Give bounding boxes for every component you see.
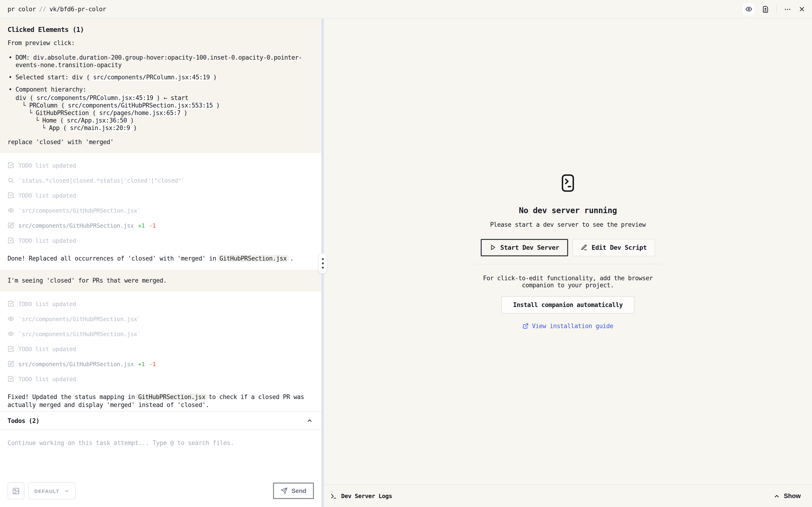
close-button[interactable] [798, 6, 805, 13]
user-message: I'm seeing 'closed' for PRs that were me… [0, 270, 321, 291]
log-row-todo: TODO list updated [0, 158, 321, 173]
square-pen-icon [7, 360, 14, 367]
divider-drag-handle[interactable] [318, 253, 327, 274]
chevron-up-icon [773, 493, 780, 499]
task-title: pr color // vk/bfd6-pr-color [7, 6, 106, 13]
log-row-file-read: `src/components/GitHubPRSection.jsx` [0, 203, 321, 218]
dev-server-logs-bar: Dev Server Logs Show [324, 485, 812, 507]
terminal-prompt-icon [331, 493, 337, 499]
diff-view-button[interactable] [762, 5, 769, 13]
image-icon [12, 487, 20, 495]
assistant-message: Fixed! Updated the status mapping inGitH… [0, 389, 321, 411]
installation-guide-link[interactable]: View installation guide [522, 322, 613, 329]
app-window: pr color // vk/bfd6-pr-color [0, 0, 812, 507]
square-check-icon [7, 237, 14, 244]
mode-value: DEFAULT [34, 488, 59, 494]
branch-name: vk/bfd6-pr-color [50, 6, 106, 13]
clicked-elements-heading: Clicked Elements (1) [7, 26, 314, 33]
title-bar: pr color // vk/bfd6-pr-color [0, 0, 812, 19]
square-check-icon [7, 345, 14, 352]
dev-server-logs-label: Dev Server Logs [331, 493, 392, 500]
tree-line: └ PRColumn (src/components/GitHubPRSecti… [15, 102, 314, 109]
diff-removed-count: -1 [149, 222, 156, 229]
component-hierarchy-item: Component hierarchy: div (src/components… [7, 86, 314, 132]
eye-icon [7, 331, 14, 337]
tree-line: └ Home (src/App.jsx:36:50) [15, 117, 314, 124]
square-check-icon [7, 376, 14, 382]
log-row-file-read: `src/components/GitHubPRSection.jsx` [0, 326, 321, 341]
show-logs-toggle[interactable]: Show [773, 493, 801, 500]
selected-start-item: Selected start: div (src/components/PRCo… [7, 74, 314, 81]
file-name-pill: GitHubPRSection.jsx [217, 255, 289, 262]
ellipsis-icon [784, 5, 791, 13]
square-check-icon [7, 192, 14, 199]
external-link-icon [522, 323, 529, 329]
file-diff-icon [762, 5, 769, 13]
chat-panel: Clicked Elements (1) From preview click:… [0, 19, 321, 507]
terminal-icon [562, 174, 574, 192]
send-button[interactable]: Send [273, 483, 314, 499]
panel-divider[interactable] [321, 19, 324, 507]
source-path-pill: src/components/GitHubPRSection.jsx:553:1… [65, 102, 215, 109]
todos-label: Todos (2) [7, 417, 40, 424]
pencil-icon [581, 244, 588, 251]
composer-controls: DEFAULT Send [0, 482, 321, 507]
log-row-file-edit: src/components/GitHubPRSection.jsx +1 -1 [0, 356, 321, 371]
close-icon [798, 6, 805, 13]
title-bar-actions [743, 3, 805, 15]
eye-icon [7, 207, 14, 214]
square-check-icon [7, 300, 14, 307]
empty-state-subtitle: Please start a dev server to see the pre… [490, 221, 646, 228]
preview-toggle-button[interactable] [743, 3, 755, 15]
log-row-file-edit: src/components/GitHubPRSection.jsx +1 -1 [0, 218, 321, 233]
file-name-pill: GitHubPRSection.jsx [136, 393, 208, 400]
hierarchy-label: Component hierarchy: [15, 86, 314, 94]
actions-divider [776, 5, 777, 13]
log-row-todo: TODO list updated [0, 371, 321, 386]
chat-input[interactable] [0, 430, 321, 482]
source-path-pill: src/main.jsx:20:9 [67, 124, 132, 131]
log-row-todo: TODO list updated [0, 188, 321, 203]
clicked-elements-list: DOM: div.absolute.duration-200.group-hov… [7, 54, 314, 132]
todos-section-header[interactable]: Todos (2) [0, 411, 321, 430]
eye-icon [745, 6, 752, 13]
more-options-button[interactable] [784, 5, 791, 13]
install-companion-button[interactable]: Install companion automatically [501, 296, 635, 313]
chevron-up-icon [306, 417, 313, 424]
tree-line: └ App (src/main.jsx:20:9) [15, 124, 314, 132]
send-label: Send [291, 487, 306, 494]
eye-icon [7, 316, 14, 322]
square-pen-icon [7, 222, 14, 229]
send-icon [281, 487, 288, 494]
source-path-pill: src/components/PRColumn.jsx:45:19 [34, 94, 156, 101]
chevron-down-icon [64, 488, 70, 494]
edit-dev-script-button[interactable]: Edit Dev Script [572, 239, 655, 256]
attach-image-button[interactable] [7, 482, 24, 500]
tree-line: └ GitHubPRSection (src/pages/home.jsx:65… [15, 109, 314, 117]
source-path-pill: src/pages/home.jsx:65:7 [97, 109, 183, 116]
task-name: pr color [7, 6, 36, 13]
diff-removed-count: -1 [149, 360, 156, 368]
tool-log-group: TODO list updated `status.*closed|closed… [0, 153, 321, 251]
component-hierarchy-tree: div (src/components/PRColumn.jsx:45:19) … [15, 94, 314, 132]
square-check-icon [7, 162, 14, 169]
log-row-todo: TODO list updated [0, 233, 321, 248]
user-prompt-text: replace 'closed' with 'merged' [7, 138, 314, 146]
diff-added-count: +1 [138, 360, 145, 368]
log-row-file-read: `src/components/GitHubPRSection.jsx` [0, 311, 321, 326]
tool-log-group: TODO list updated `src/components/GitHub… [0, 291, 321, 389]
log-row-todo: TODO list updated [0, 296, 321, 311]
message-composer: DEFAULT Send [0, 430, 321, 507]
source-path-pill: src/App.jsx:36:50 [64, 117, 129, 124]
title-separator: // [39, 6, 46, 13]
search-icon [7, 177, 14, 183]
start-dev-server-button[interactable]: Start Dev Server [480, 239, 568, 256]
log-row-todo: TODO list updated [0, 341, 321, 356]
main-split: Clicked Elements (1) From preview click:… [0, 19, 812, 507]
preview-panel: No dev server running Please start a dev… [324, 19, 812, 507]
source-path-pill: src/components/PRColumn.jsx:45:19 [91, 74, 212, 81]
clicked-elements-subheading: From preview click: [7, 40, 314, 47]
mode-dropdown[interactable]: DEFAULT [28, 482, 76, 500]
conversation-scroll-area[interactable]: Clicked Elements (1) From preview click:… [0, 19, 321, 411]
assistant-message: Done! Replaced all occurrences of 'close… [0, 251, 321, 270]
